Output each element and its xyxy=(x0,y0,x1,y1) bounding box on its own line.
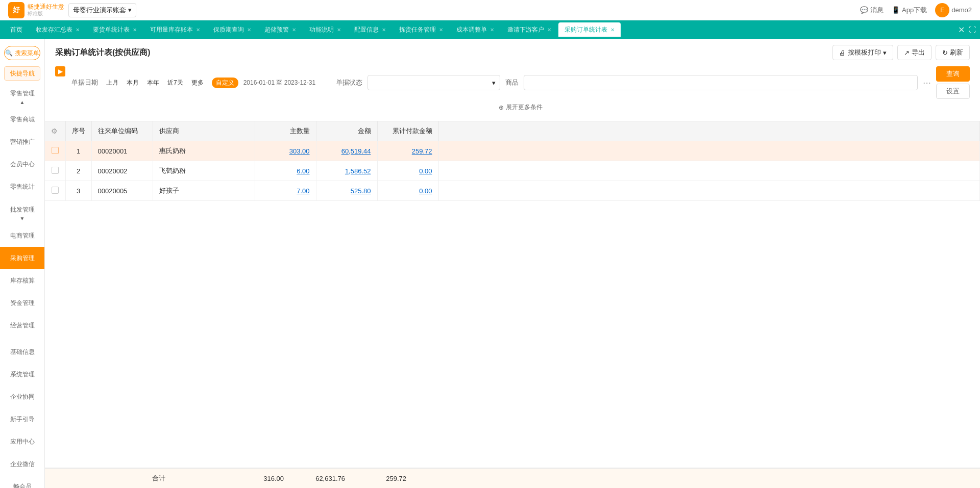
search-btn[interactable]: 查询 xyxy=(936,66,970,82)
tab-close[interactable]: ✕ xyxy=(76,27,80,33)
tab-function-desc[interactable]: 功能说明 ✕ xyxy=(303,22,347,37)
row-paid-2[interactable]: 0.00 xyxy=(377,161,438,181)
sidebar-item-member2[interactable]: 畅会员 xyxy=(0,475,44,488)
tab-purchase-stats[interactable]: 要货单统计表 ✕ xyxy=(87,22,143,37)
qty-link-3[interactable]: 7.00 xyxy=(297,187,309,195)
table-container: ⚙ 序号 往来单位编码 供应商 主数量 金额 累计付款金额 1 xyxy=(45,121,980,468)
filter-toggle-btn[interactable]: ▶ xyxy=(55,66,65,76)
tab-available-stock[interactable]: 可用量库存账本 ✕ xyxy=(144,22,206,37)
row-amount-3[interactable]: 525.80 xyxy=(316,181,377,201)
shortcut-this-year[interactable]: 本年 xyxy=(144,78,162,88)
sidebar-item-purchase[interactable]: 采购管理 xyxy=(0,247,44,269)
sidebar-item-app-center[interactable]: 应用中心 xyxy=(0,430,44,453)
quick-nav-area: 快捷导航 xyxy=(0,63,44,86)
tab-close[interactable]: ✕ xyxy=(490,27,494,33)
export-btn[interactable]: ↗ 导出 xyxy=(897,45,932,60)
tab-config-info[interactable]: 配置信息 ✕ xyxy=(348,22,392,37)
sidebar-item-member[interactable]: 会员中心 xyxy=(0,153,44,175)
qty-link-1[interactable]: 303.00 xyxy=(289,147,310,155)
tab-receive-summary[interactable]: 收发存汇总表 ✕ xyxy=(30,22,86,37)
paid-link-1[interactable]: 259.72 xyxy=(412,147,432,155)
sidebar-item-ecommerce[interactable]: 电商管理 xyxy=(0,224,44,247)
tab-home[interactable]: 首页 xyxy=(4,22,29,37)
tab-close[interactable]: ✕ xyxy=(439,27,443,33)
sidebar-item-finance[interactable]: 资金管理 xyxy=(0,292,44,314)
tab-close[interactable]: ✕ xyxy=(547,27,551,33)
shortcut-7days[interactable]: 近7天 xyxy=(164,78,186,88)
user-area[interactable]: E demo2 xyxy=(935,3,972,17)
chevron-down-icon: ▲ xyxy=(20,99,25,105)
row-paid-1[interactable]: 259.72 xyxy=(377,141,438,161)
tab-invite-downstream[interactable]: 邀请下游客户 ✕ xyxy=(501,22,557,37)
settings-btn[interactable]: 设置 xyxy=(936,84,970,99)
tab-overstock-warning[interactable]: 超储预警 ✕ xyxy=(258,22,302,37)
goods-more-btn[interactable]: ⋯ xyxy=(923,78,931,88)
row-check-3[interactable] xyxy=(45,181,65,201)
sidebar-search-area: 🔍 搜索菜单 xyxy=(0,43,44,63)
tab-close[interactable]: ✕ xyxy=(610,27,615,33)
print-label: 按模板打印 xyxy=(848,48,881,57)
sidebar-item-inventory[interactable]: 库存核算 xyxy=(0,269,44,292)
table-row[interactable]: 3 00020005 好孩子 7.00 525.80 0.00 xyxy=(45,181,980,201)
store-selector[interactable]: 母婴行业演示账套 ▾ xyxy=(68,3,136,17)
row-qty-2[interactable]: 6.00 xyxy=(255,161,316,181)
top-bar: 好 畅捷通好生意 标准版 母婴行业演示账套 ▾ 💬 消息 📱 App下载 E d… xyxy=(0,0,980,20)
sidebar-item-newbie[interactable]: 新手引导 xyxy=(0,408,44,430)
header-row: ⚙ 序号 往来单位编码 供应商 主数量 金额 累计付款金额 xyxy=(45,121,980,141)
sidebar-item-system[interactable]: 系统管理 xyxy=(0,363,44,386)
tab-cost-adjust[interactable]: 成本调整单 ✕ xyxy=(450,22,500,37)
row-qty-3[interactable]: 7.00 xyxy=(255,181,316,201)
shortcut-more[interactable]: 更多 xyxy=(188,78,207,88)
refresh-btn[interactable]: ↻ 刷新 xyxy=(936,45,970,60)
sidebar-item-basic-info[interactable]: 基础信息 xyxy=(0,341,44,363)
sidebar-item-retail-stats[interactable]: 零售统计 xyxy=(0,175,44,198)
sidebar-item-wholesale[interactable]: 批发管理 ▼ xyxy=(0,202,44,224)
expand-more-btn[interactable]: ⊕ 展开更多条件 xyxy=(499,103,543,112)
amount-link-2[interactable]: 1,586.52 xyxy=(345,167,371,175)
row-check-2[interactable] xyxy=(45,161,65,181)
message-btn[interactable]: 💬 消息 xyxy=(860,6,884,15)
export-icon: ↗ xyxy=(904,49,910,57)
row-amount-1[interactable]: 60,519.44 xyxy=(316,141,377,161)
table-row[interactable]: 1 00020001 惠氏奶粉 303.00 60,519.44 259.72 xyxy=(45,141,980,161)
tab-close[interactable]: ✕ xyxy=(133,27,137,33)
tab-close[interactable]: ✕ xyxy=(196,27,200,33)
tab-close[interactable]: ✕ xyxy=(292,27,296,33)
tab-purchase-order-stats[interactable]: 采购订单统计表 ✕ xyxy=(558,22,621,37)
row-code-2: 00020002 xyxy=(91,161,153,181)
sidebar-item-operations[interactable]: 经营管理 xyxy=(0,314,44,337)
shortcut-last-month[interactable]: 上月 xyxy=(103,78,121,88)
sidebar-item-retail-shop[interactable]: 零售商城 xyxy=(0,108,44,131)
quick-nav-btn[interactable]: 快捷导航 xyxy=(4,66,40,81)
paid-link-2[interactable]: 0.00 xyxy=(419,167,432,175)
tab-close[interactable]: ✕ xyxy=(247,27,251,33)
row-amount-2[interactable]: 1,586.52 xyxy=(316,161,377,181)
tab-close[interactable]: ✕ xyxy=(337,27,341,33)
tab-close[interactable]: ✕ xyxy=(382,27,386,33)
date-custom-tag[interactable]: 自定义 xyxy=(212,78,238,88)
app-download-btn[interactable]: 📱 App下载 xyxy=(892,6,927,15)
paid-link-3[interactable]: 0.00 xyxy=(419,187,432,195)
table-row[interactable]: 2 00020002 飞鹤奶粉 6.00 1,586.52 0.00 xyxy=(45,161,980,181)
status-select[interactable]: ▾ xyxy=(368,75,500,90)
sidebar-item-retail[interactable]: 零售管理 ▲ xyxy=(0,86,44,108)
qty-link-2[interactable]: 6.00 xyxy=(297,167,309,175)
print-btn[interactable]: 🖨 按模板打印 ▾ xyxy=(832,45,893,60)
nav-tabs: 首页 收发存汇总表 ✕ 要货单统计表 ✕ 可用量库存账本 ✕ 保质期查询 ✕ 超… xyxy=(0,20,980,39)
row-paid-3[interactable]: 0.00 xyxy=(377,181,438,201)
amount-link-1[interactable]: 60,519.44 xyxy=(341,147,371,155)
sidebar-item-enterprise-wechat[interactable]: 企业微信 xyxy=(0,453,44,475)
amount-link-3[interactable]: 525.80 xyxy=(351,187,371,195)
search-menu-btn[interactable]: 🔍 搜索菜单 xyxy=(4,46,40,60)
tab-pick-task[interactable]: 拣货任务管理 ✕ xyxy=(393,22,449,37)
sidebar-item-collab[interactable]: 企业协同 xyxy=(0,386,44,408)
row-check-1[interactable] xyxy=(45,141,65,161)
goods-filter-input[interactable] xyxy=(524,75,918,90)
nav-expand-btn[interactable]: ⛶ xyxy=(969,25,976,34)
nav-close-all-btn[interactable]: ✕ xyxy=(958,25,965,35)
settings-gear-icon[interactable]: ⚙ xyxy=(51,127,58,135)
shortcut-this-month[interactable]: 本月 xyxy=(124,78,142,88)
sidebar-item-marketing[interactable]: 营销推广 xyxy=(0,131,44,153)
row-qty-1[interactable]: 303.00 xyxy=(255,141,316,161)
tab-expiry-query[interactable]: 保质期查询 ✕ xyxy=(207,22,257,37)
